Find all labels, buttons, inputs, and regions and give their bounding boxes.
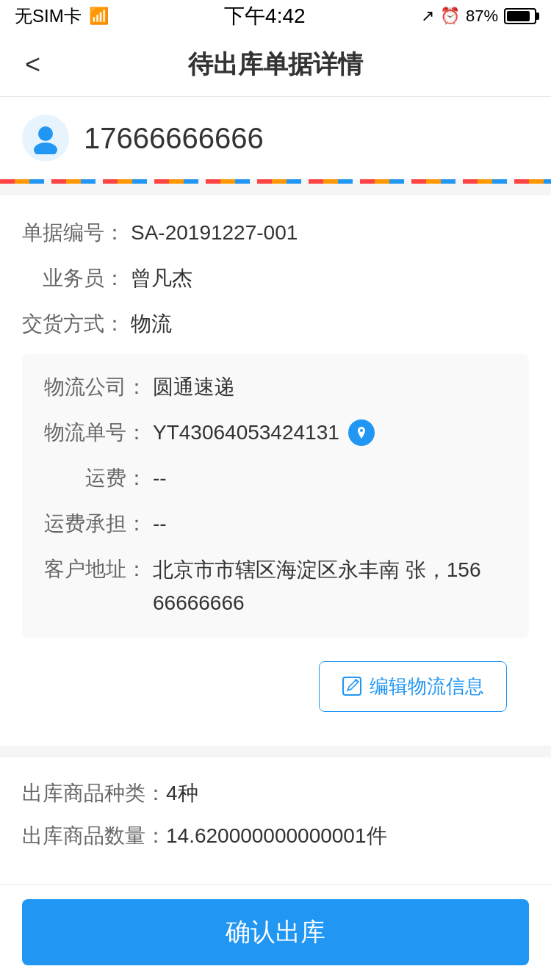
- svg-rect-2: [343, 677, 361, 695]
- goods-section: 出库商品种类： 4种 出库商品数量： 14.620000000000001件: [0, 757, 551, 872]
- address-value: 北京市市辖区海淀区永丰南 张，156 66666666: [147, 554, 507, 620]
- logistics-card: 物流公司： 圆通速递 物流单号： YT43064053424131 运费： --…: [22, 354, 529, 638]
- map-pin-icon[interactable]: [348, 419, 375, 446]
- page-title: 待出库单据详情: [188, 48, 363, 82]
- edit-logistics-area: 编辑物流信息: [22, 649, 529, 724]
- svg-point-0: [38, 126, 53, 141]
- battery-bar: [504, 8, 536, 24]
- confirm-btn-label: 确认出库: [226, 915, 325, 949]
- goods-quantity-value: 14.620000000000001件: [166, 822, 387, 850]
- salesman-label: 业务员：: [22, 263, 125, 294]
- back-button[interactable]: <: [18, 42, 48, 87]
- tracking-number: YT43064053424131: [153, 417, 339, 448]
- edit-logistics-button[interactable]: 编辑物流信息: [319, 661, 507, 712]
- delivery-row: 交货方式： 物流: [22, 309, 529, 339]
- nav-bar: < 待出库单据详情: [0, 32, 551, 97]
- avatar: [22, 115, 69, 162]
- carrier-label: 无SIM卡: [15, 4, 82, 28]
- logistics-company-label: 物流公司：: [44, 372, 147, 403]
- freight-bearer-row: 运费承担： --: [44, 508, 507, 539]
- freight-row: 运费： --: [44, 463, 507, 494]
- edit-icon: [342, 676, 362, 696]
- freight-label: 运费：: [44, 463, 147, 494]
- logistics-company-value: 圆通速递: [147, 372, 507, 403]
- logistics-company-row: 物流公司： 圆通速递: [44, 372, 507, 403]
- goods-quantity-row: 出库商品数量： 14.620000000000001件: [22, 822, 529, 850]
- status-bar: 无SIM卡 📶 下午4:42 ↗ ⏰ 87%: [0, 0, 551, 32]
- tracking-value: YT43064053424131: [147, 417, 507, 448]
- person-icon: [29, 122, 62, 154]
- freight-value: --: [147, 463, 507, 494]
- confirm-outbound-button[interactable]: 确认出库: [22, 899, 529, 965]
- goods-types-row: 出库商品种类： 4种: [22, 779, 529, 807]
- wifi-icon: 📶: [89, 7, 109, 26]
- edit-logistics-label: 编辑物流信息: [370, 674, 484, 699]
- status-left: 无SIM卡 📶: [15, 4, 109, 28]
- salesman-value: 曾凡杰: [125, 263, 529, 294]
- tracking-row: 物流单号： YT43064053424131: [44, 417, 507, 448]
- delivery-value: 物流: [125, 309, 529, 339]
- goods-quantity-label: 出库商品数量：: [22, 822, 166, 850]
- dashed-divider: [0, 179, 551, 184]
- order-info-section: 单据编号： SA-20191227-001 业务员： 曾凡杰 交货方式： 物流 …: [0, 195, 551, 746]
- order-number-value: SA-20191227-001: [125, 217, 529, 248]
- customer-header: 17666666666: [0, 97, 551, 179]
- battery-percent: 87%: [466, 7, 498, 26]
- alarm-icon: ⏰: [440, 7, 460, 26]
- location-icon: ↗: [421, 7, 434, 26]
- freight-bearer-label: 运费承担：: [44, 508, 147, 539]
- status-right: ↗ ⏰ 87%: [421, 7, 536, 26]
- svg-point-1: [34, 143, 57, 154]
- bottom-action-area: 确认出库: [0, 884, 551, 980]
- time-label: 下午4:42: [224, 2, 306, 30]
- customer-phone: 17666666666: [84, 122, 264, 155]
- order-number-row: 单据编号： SA-20191227-001: [22, 217, 529, 248]
- goods-types-label: 出库商品种类：: [22, 779, 166, 807]
- battery-fill: [507, 11, 530, 21]
- address-row: 客户地址： 北京市市辖区海淀区永丰南 张，156 66666666: [44, 554, 507, 620]
- delivery-label: 交货方式：: [22, 309, 125, 339]
- tracking-label: 物流单号：: [44, 417, 147, 448]
- order-number-label: 单据编号：: [22, 217, 125, 248]
- address-label: 客户地址：: [44, 554, 147, 585]
- goods-types-value: 4种: [166, 779, 198, 807]
- freight-bearer-value: --: [147, 508, 507, 539]
- salesman-row: 业务员： 曾凡杰: [22, 263, 529, 294]
